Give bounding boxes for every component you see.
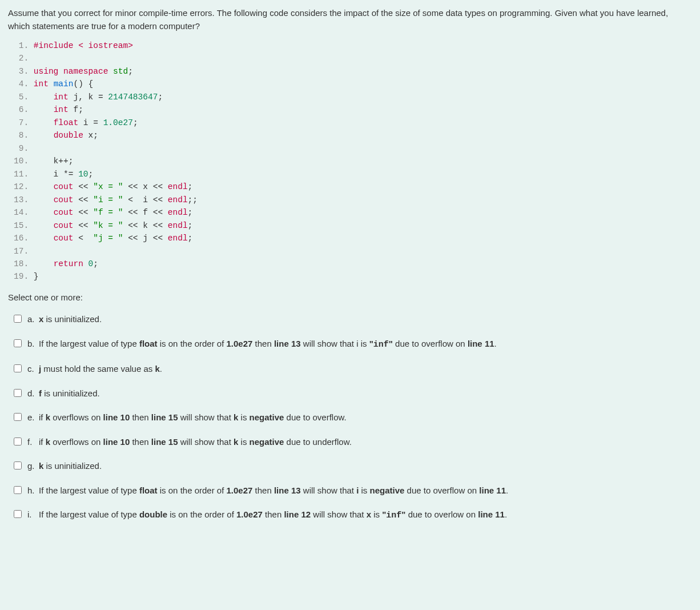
- option-row: h.If the largest value of type float is …: [14, 479, 692, 503]
- options-list: a.x is uninitialized.b.If the largest va…: [8, 307, 692, 528]
- option-checkbox[interactable]: [14, 413, 22, 421]
- option-letter: b.: [27, 338, 39, 351]
- option-row: a.x is uninitialized.: [14, 307, 692, 332]
- option-text: if k overflows on line 10 then line 15 w…: [39, 411, 692, 424]
- option-row: g.k is uninitialized.: [14, 454, 692, 479]
- code-block: 1. #include < iostream> 2. 3. using name…: [8, 38, 692, 287]
- option-checkbox[interactable]: [14, 510, 22, 518]
- option-checkbox[interactable]: [14, 486, 22, 494]
- option-text: j must hold the same value as k.: [39, 363, 692, 376]
- option-row: d.f is uninitialized.: [14, 382, 692, 406]
- option-letter: d.: [27, 387, 39, 400]
- option-checkbox[interactable]: [14, 461, 22, 469]
- option-letter: h.: [27, 484, 39, 497]
- option-row: c.j must hold the same value as k.: [14, 357, 692, 382]
- option-row: e.if k overflows on line 10 then line 15…: [14, 406, 692, 430]
- option-text: x is uninitialized.: [39, 313, 692, 326]
- option-text: k is uninitialized.: [39, 460, 692, 473]
- option-letter: c.: [27, 363, 39, 376]
- select-one-or-more-label: Select one or more:: [8, 291, 692, 304]
- option-row: b.If the largest value of type float is …: [14, 332, 692, 358]
- option-checkbox[interactable]: [14, 438, 22, 446]
- option-letter: f.: [27, 436, 39, 449]
- option-text: If the largest value of type double is o…: [39, 508, 692, 523]
- option-letter: i.: [27, 508, 39, 521]
- option-letter: e.: [27, 411, 39, 424]
- option-letter: a.: [27, 313, 39, 326]
- option-checkbox[interactable]: [14, 389, 22, 397]
- option-letter: g.: [27, 460, 39, 473]
- option-checkbox[interactable]: [14, 315, 22, 323]
- option-checkbox[interactable]: [14, 339, 22, 347]
- option-text: If the largest value of type float is on…: [39, 484, 692, 497]
- option-row: f.if k overflows on line 10 then line 15…: [14, 430, 692, 455]
- option-row: i.If the largest value of type double is…: [14, 503, 692, 528]
- question-text: Assume that you correct for minor compil…: [8, 7, 692, 33]
- option-checkbox[interactable]: [14, 364, 22, 372]
- option-text: If the largest value of type float is on…: [39, 338, 692, 352]
- option-text: f is uninitialized.: [39, 387, 692, 400]
- option-text: if k overflows on line 10 then line 15 w…: [39, 436, 692, 449]
